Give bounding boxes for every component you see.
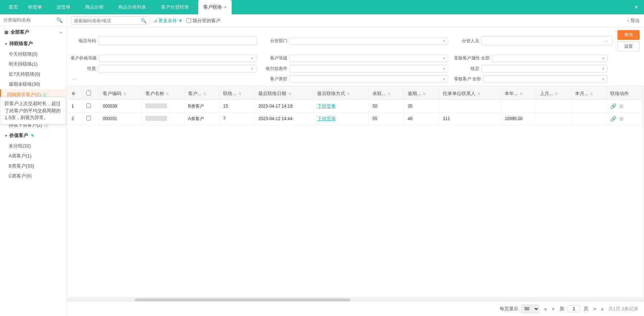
per-page-select[interactable]: 20 50 100 [521,305,539,313]
nav-product-list[interactable]: 商品分析列表 × [113,0,156,14]
table-header-row: ⚙ 客户编码 ⇅ 客户名称 ⇅ 客户... [68,88,643,100]
nature-select[interactable]: ▾ [98,65,256,72]
query-button[interactable]: 查询 [617,30,640,40]
more-conditions-btn[interactable]: ⊿ 更多条件 ▼ [153,18,183,24]
col-gear[interactable]: ⚙ [68,88,82,100]
nav-sales-order[interactable]: 销货单 × [23,0,51,14]
close-customer-segment[interactable]: × [191,5,193,9]
grid-action-icon-1[interactable]: ⊞ [619,103,624,109]
close-product-analysis[interactable]: × [106,5,108,9]
nav-product-analysis[interactable]: 商品分析 × [80,0,113,14]
settings-button[interactable]: 设置 [617,41,640,52]
col-last-month[interactable]: 上月... ⇅ [536,88,571,100]
filter-icon: ⊿ [153,18,157,23]
export-btn[interactable]: ↑ 导出 [627,18,640,24]
last-page-btn[interactable]: » [599,306,606,312]
customer-grade-select[interactable]: ▾ [289,55,448,62]
more-filters-dots[interactable]: ··· [71,76,78,82]
export-icon: ↑ [627,18,630,23]
edit-icon[interactable]: ✎ [31,133,34,138]
chevron-down-icon8: ▾ [602,67,604,71]
chevron-down-icon10: ▾ [602,77,604,81]
next-page-btn[interactable]: > [592,306,598,312]
close-customer-contact[interactable]: × [224,5,226,9]
cell-action-2: 🔗 ⊞ [606,113,642,125]
nav-customer-contact[interactable]: 客户联络 × [198,0,231,14]
row-checkbox-1[interactable] [86,103,91,108]
status-select[interactable]: ▾ [481,65,607,72]
chevron-down-icon: ▼ [178,18,183,23]
cell-last-method-1[interactable]: 下销货单 [313,100,369,113]
cell-overdue-1: 35 [404,100,439,113]
prev-page-btn[interactable]: < [550,306,557,312]
page-navigation: « < 第 页 > » [542,305,606,313]
cell-last-method-2[interactable]: 下销货单 [313,113,369,125]
filter-row-dots: ··· [71,75,256,83]
top-nav: 首页 销货单 × 进货单 × 商品分析 × 商品分析列表 × 客户分层经营 × … [0,0,644,14]
col-overdue[interactable]: 逾期... ⇅ [404,88,439,100]
sidebar-item-c-class[interactable]: C类客户(6) [0,171,66,181]
cell-this-month-2 [571,113,606,125]
col-type[interactable]: 客户... ⇅ [184,88,219,100]
sidebar-item-b-class[interactable]: B类客户(33) [0,161,66,171]
first-page-btn[interactable]: « [542,306,548,312]
col-unlink[interactable]: 未联... ⇅ [369,88,404,100]
sidebar-search-input[interactable] [4,18,55,23]
sort-icon-contact2: ⇅ [477,92,480,96]
col-year-sales[interactable]: 本年... ⇅ [501,88,536,100]
query-settings-wrap: 查询 设置 [617,30,640,52]
sidebar-item-today[interactable]: 今天待联络(0) [0,49,66,59]
grid-action-icon-2[interactable]: ⊞ [619,116,624,122]
select-all-checkbox[interactable] [86,91,91,95]
close-purchase-order[interactable]: × [73,5,75,9]
col-this-month[interactable]: 本月... ⇅ [571,88,606,100]
close-product-list[interactable]: × [148,5,150,9]
col-last-date[interactable]: 最后联络日期 ⇅ [255,88,314,100]
payment-select[interactable]: ▾ [289,65,448,72]
close-sales-order[interactable]: × [44,5,46,9]
h-scroll-thumb[interactable] [135,298,350,301]
sidebar-collapse-icon[interactable]: « [60,30,62,34]
manager-select[interactable]: ··· [481,36,612,46]
nav-customer-segment[interactable]: 客户分层经营 × [156,0,198,14]
nav-purchase-order[interactable]: 进货单 × [51,0,80,14]
dots-icon[interactable]: ··· [602,38,609,44]
my-customers-checkbox[interactable] [186,18,191,23]
col-last-method[interactable]: 最后联络方式 ⇅ [313,88,369,100]
main-layout: 🔍 ⊞ 全部客户 « ▼ 待联络客户 今天待联络(0) 明天待联络(1) 近7天… [0,14,644,316]
dept-select[interactable]: ▾ [289,37,448,45]
sidebar-item-tomorrow[interactable]: 明天待联络(1) [0,59,66,69]
action-icons-1: 🔗 ⊞ [610,103,639,109]
row-checkbox-2[interactable] [86,116,91,121]
cell-code-1: 000039 [99,100,142,113]
sidebar-item-a-class[interactable]: A类客户(1) [0,151,66,161]
sidebar-group-value[interactable]: ▼ 价值客户 ✎ [0,130,66,141]
search-input[interactable] [74,18,139,23]
sidebar-all-customers[interactable]: ⊞ 全部客户 « [0,26,66,38]
sidebar-item-ungroup[interactable]: 未分组(32) [0,141,66,151]
triangle-icon: ▼ [4,42,8,46]
price-grade-select[interactable]: ▾ [99,55,256,62]
scatter-attr-select[interactable]: ▾ [492,55,607,62]
col-name[interactable]: 客户名称 ⇅ [142,88,184,100]
payment-label: 收付款条件 [262,66,287,72]
table-row: 1 000039 B类客户 15 2023-04-17 14:19: 下销货单 [68,100,643,113]
scatter-customer-select[interactable]: ▾ [483,75,607,83]
h-scroll-track[interactable] [66,298,644,301]
my-customers-checkbox-label[interactable]: 我分管的客户 [186,18,221,24]
window-close-icon[interactable]: × [634,4,638,11]
sidebar-group-pending[interactable]: ▼ 待联络客户 [0,38,66,49]
col-contact[interactable]: 联络... ⇅ [219,88,255,100]
col-code[interactable]: 客户编码 ⇅ [99,88,142,100]
col-contact2[interactable]: 往来单位联系人 ⇅ [439,88,501,100]
cell-last-date-1: 2023-04-17 14:19: [255,100,314,113]
dept-label: 分管部门 [262,38,287,44]
nav-home[interactable]: 首页 [4,0,23,14]
sidebar-item-overdue[interactable]: 逾期未联络(30) [0,79,66,89]
page-input[interactable] [567,305,580,312]
link-action-icon-1[interactable]: 🔗 [610,103,616,109]
phone-input[interactable] [98,37,256,45]
customer-type-select[interactable]: ▾ [289,75,448,83]
sidebar-item-7days[interactable]: 近7天待联络(0) [0,69,66,79]
link-action-icon-2[interactable]: 🔗 [610,116,616,122]
